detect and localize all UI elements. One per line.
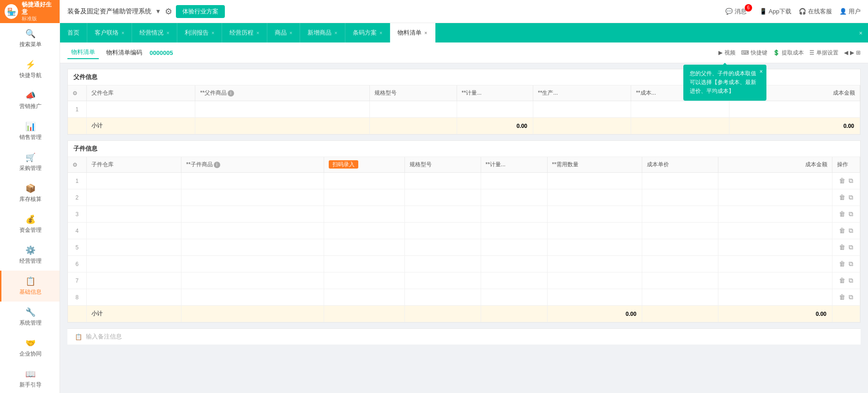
cell-qty[interactable] <box>547 239 642 256</box>
tab-products[interactable]: 商品× <box>267 23 300 42</box>
shortcut-action[interactable]: ⌨ 快捷键 <box>741 49 767 57</box>
copy-icon[interactable]: ⧉ <box>849 293 853 301</box>
cell-product[interactable] <box>195 101 370 118</box>
close-icon[interactable]: × <box>424 30 427 36</box>
nav-close-all-button[interactable]: × <box>853 24 868 42</box>
cell-scan[interactable] <box>324 256 404 272</box>
cell-scan[interactable] <box>324 206 404 223</box>
sidebar-item-operations[interactable]: ⚙️ 经营管理 <box>0 240 60 271</box>
cell-unitcost[interactable] <box>642 206 718 223</box>
message-button[interactable]: 💬 消息 6 <box>725 7 752 16</box>
cell-cost[interactable] <box>631 101 729 118</box>
cell-spec[interactable] <box>404 239 481 256</box>
sidebar-item-sales[interactable]: 📊 销售管理 <box>0 116 60 147</box>
sidebar-item-basic[interactable]: 📋 基础信息 <box>0 271 60 302</box>
dropdown-arrow-icon[interactable]: ▼ <box>155 8 161 15</box>
sidebar-item-cooperation[interactable]: 🤝 企业协同 <box>0 333 60 363</box>
cell-scan[interactable] <box>324 173 404 189</box>
expand-icon[interactable]: ⊞ <box>856 49 861 56</box>
th-scan[interactable]: 扫码录入 <box>324 157 404 173</box>
cell-product[interactable] <box>181 206 324 223</box>
cell-unitcost[interactable] <box>642 239 718 256</box>
close-icon[interactable]: × <box>256 30 259 36</box>
cell-unitcost[interactable] <box>642 223 718 239</box>
sidebar-item-marketing[interactable]: 📣 营销推广 <box>0 85 60 116</box>
cell-unit[interactable] <box>481 239 547 256</box>
cell-product[interactable] <box>181 223 324 239</box>
cell-warehouse[interactable] <box>86 223 181 239</box>
tab-profit[interactable]: 利润报告× <box>177 23 222 42</box>
sidebar-item-system[interactable]: 🔧 系统管理 <box>0 302 60 333</box>
scan-button[interactable]: 扫码录入 <box>329 160 358 169</box>
close-icon[interactable]: × <box>166 30 169 36</box>
cell-spec[interactable] <box>404 272 481 289</box>
sidebar-item-search[interactable]: 🔍 搜索菜单 <box>0 23 60 54</box>
cell-unit[interactable] <box>481 272 547 289</box>
cell-warehouse[interactable] <box>86 189 181 206</box>
cell-unitcost[interactable] <box>642 272 718 289</box>
sidebar-item-purchase[interactable]: 🛒 采购管理 <box>0 147 60 178</box>
cell-unit[interactable] <box>481 206 547 223</box>
note-text[interactable]: 输入备注信息 <box>86 333 122 341</box>
cell-qty[interactable] <box>547 173 642 189</box>
cell-unitcost[interactable] <box>642 173 718 189</box>
cell-warehouse[interactable] <box>86 256 181 272</box>
user-button[interactable]: 👤 用户 <box>839 7 861 16</box>
cell-qty[interactable] <box>547 289 642 306</box>
cell-unit[interactable] <box>481 289 547 306</box>
cell-scan[interactable] <box>324 239 404 256</box>
cell-warehouse[interactable] <box>86 206 181 223</box>
close-icon[interactable]: × <box>289 30 292 36</box>
cell-warehouse[interactable] <box>86 101 195 118</box>
cell-spec[interactable] <box>404 189 481 206</box>
trial-button[interactable]: 体验行业方案 <box>176 5 225 18</box>
cell-product[interactable] <box>181 272 324 289</box>
cell-product[interactable] <box>181 239 324 256</box>
tab-barcode[interactable]: 条码方案× <box>345 23 390 42</box>
cell-spec[interactable] <box>404 223 481 239</box>
copy-icon[interactable]: ⧉ <box>849 227 853 234</box>
tab-bom[interactable]: 物料清单× <box>390 23 435 42</box>
cell-qty[interactable] <box>547 206 642 223</box>
cell-warehouse[interactable] <box>86 289 181 306</box>
cell-unitcost[interactable] <box>642 289 718 306</box>
close-icon[interactable]: × <box>334 30 337 36</box>
close-icon[interactable]: × <box>380 30 382 36</box>
page-tab-bom[interactable]: 物料清单 <box>67 46 99 59</box>
cell-spec[interactable] <box>404 206 481 223</box>
cell-unit[interactable] <box>481 189 547 206</box>
cell-warehouse[interactable] <box>86 272 181 289</box>
tab-new-product[interactable]: 新增商品× <box>300 23 345 42</box>
copy-icon[interactable]: ⧉ <box>849 177 853 184</box>
online-service-button[interactable]: 🎧 在线客服 <box>799 7 832 16</box>
cell-warehouse[interactable] <box>86 173 181 189</box>
tab-operations[interactable]: 经营情况× <box>132 23 177 42</box>
close-icon[interactable]: × <box>121 30 124 36</box>
th-settings[interactable]: ⚙ <box>68 85 86 101</box>
cell-qty[interactable] <box>547 272 642 289</box>
sidebar-item-finance[interactable]: 💰 资金管理 <box>0 209 60 240</box>
extract-cost-action[interactable]: 💲 提取成本 <box>773 49 804 57</box>
delete-icon[interactable]: 🗑 <box>839 210 845 218</box>
sidebar-item-inventory[interactable]: 📦 库存核算 <box>0 178 60 209</box>
cell-scan[interactable] <box>324 189 404 206</box>
cell-unitcost[interactable] <box>642 189 718 206</box>
delete-icon[interactable]: 🗑 <box>839 193 845 201</box>
cell-warehouse[interactable] <box>86 239 181 256</box>
cell-unit[interactable] <box>481 223 547 239</box>
copy-icon[interactable]: ⧉ <box>849 243 853 251</box>
tooltip-close-button[interactable]: × <box>760 67 763 76</box>
delete-icon[interactable]: 🗑 <box>839 260 845 267</box>
next-icon[interactable]: ▶ <box>850 49 854 56</box>
cell-product[interactable] <box>181 173 324 189</box>
delete-icon[interactable]: 🗑 <box>839 293 845 301</box>
single-settings-action[interactable]: ☰ 单据设置 <box>809 49 838 57</box>
sidebar-item-quicknav[interactable]: ⚡ 快捷导航 <box>0 54 60 85</box>
tab-customer[interactable]: 客户联络× <box>87 23 132 42</box>
cell-unitcost[interactable] <box>642 256 718 272</box>
cell-product[interactable] <box>181 289 324 306</box>
copy-icon[interactable]: ⧉ <box>849 260 853 267</box>
cell-scan[interactable] <box>324 272 404 289</box>
cell-unit[interactable] <box>481 173 547 189</box>
cell-scan[interactable] <box>324 289 404 306</box>
